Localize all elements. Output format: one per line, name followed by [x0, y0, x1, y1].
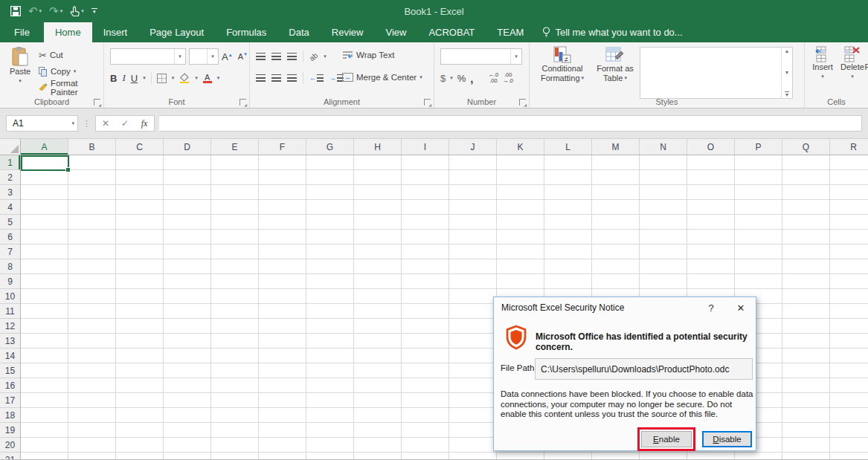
row-header-21[interactable]: 21	[0, 453, 20, 459]
tab-acrobat[interactable]: ACROBAT	[417, 22, 486, 42]
wrap-text-button[interactable]: Wrap Text	[342, 48, 394, 62]
redo-button[interactable]: ↷▾	[49, 4, 62, 18]
dialog-close-icon[interactable]: ✕	[726, 302, 756, 314]
column-header-f[interactable]: F	[259, 139, 306, 155]
align-left-button[interactable]	[256, 74, 266, 82]
undo-button[interactable]: ↶▾	[28, 4, 42, 18]
column-header-e[interactable]: E	[211, 139, 259, 155]
borders-button[interactable]	[157, 74, 167, 83]
row-header-2[interactable]: 2	[0, 170, 20, 185]
tab-review[interactable]: Review	[321, 22, 375, 42]
column-header-c[interactable]: C	[116, 139, 164, 155]
center-button[interactable]	[271, 74, 281, 82]
bottom-align-button[interactable]	[287, 53, 297, 60]
tab-team[interactable]: TEAM	[486, 22, 535, 42]
accounting-dropdown[interactable]: ▾	[450, 75, 453, 81]
gallery-down-icon[interactable]: ▼	[785, 70, 790, 75]
name-box[interactable]: A1 ▾	[6, 115, 78, 132]
alignment-dialog-launcher[interactable]	[424, 99, 431, 106]
tell-me-box[interactable]: Tell me what you want to do...	[535, 22, 682, 42]
column-header-r[interactable]: R	[830, 139, 868, 155]
column-header-l[interactable]: L	[544, 139, 592, 155]
customize-qat-button[interactable]: ▾	[91, 8, 97, 15]
grow-font-button[interactable]: A▲	[222, 51, 233, 62]
enable-button[interactable]: Enable	[641, 431, 692, 447]
select-all-corner[interactable]	[0, 139, 21, 155]
name-box-dropdown[interactable]: ▾	[71, 120, 74, 126]
bold-button[interactable]: B	[110, 71, 117, 86]
comma-style-button[interactable]: ,	[470, 72, 473, 85]
borders-dropdown[interactable]: ▾	[172, 75, 175, 81]
decrease-indent-button[interactable]: ←	[309, 74, 324, 82]
font-size-combobox[interactable]: ▾	[189, 48, 219, 65]
shrink-font-button[interactable]: A▼	[238, 52, 248, 61]
format-cells-button[interactable]: Format ▾	[863, 46, 868, 81]
row-header-15[interactable]: 15	[0, 363, 20, 378]
italic-button[interactable]: I	[122, 71, 125, 86]
column-header-i[interactable]: I	[402, 139, 449, 155]
underline-button[interactable]: U	[131, 71, 138, 86]
touch-mouse-mode-button[interactable]: ▾	[70, 6, 84, 17]
fill-color-dropdown[interactable]: ▾	[195, 75, 198, 81]
row-header-4[interactable]: 4	[0, 200, 20, 215]
active-cell-a1[interactable]	[21, 155, 69, 171]
cut-button[interactable]: ✂ Cut	[39, 48, 63, 62]
gallery-up-icon[interactable]: ▲	[785, 48, 790, 54]
tab-view[interactable]: View	[374, 22, 417, 42]
row-header-7[interactable]: 7	[0, 244, 20, 259]
tab-file[interactable]: File	[0, 22, 44, 42]
cell-styles-gallery[interactable]: ▲ ▼ ▼	[640, 47, 793, 99]
tab-page-layout[interactable]: Page Layout	[138, 22, 215, 42]
tab-home[interactable]: Home	[44, 22, 92, 42]
font-color-dropdown[interactable]: ▾	[217, 75, 220, 81]
font-name-combobox[interactable]: ▾	[110, 48, 186, 65]
row-header-13[interactable]: 13	[0, 334, 20, 349]
clipboard-dialog-launcher[interactable]	[94, 99, 100, 106]
insert-cells-button[interactable]: Insert ▾	[809, 46, 836, 81]
middle-align-button[interactable]	[271, 53, 281, 60]
paste-button[interactable]: Paste ▾	[4, 46, 36, 85]
fill-color-button[interactable]	[179, 73, 190, 83]
merge-center-button[interactable]: ↔ Merge & Center ▾	[342, 70, 422, 85]
row-header-14[interactable]: 14	[0, 349, 20, 363]
align-right-button[interactable]	[287, 74, 297, 82]
column-header-n[interactable]: N	[640, 139, 687, 155]
format-as-table-button[interactable]: Format as Table▾	[594, 46, 637, 82]
dialog-help-icon[interactable]: ?	[696, 302, 726, 314]
disable-button[interactable]: Disable	[702, 431, 752, 447]
row-header-5[interactable]: 5	[0, 215, 20, 230]
row-header-3[interactable]: 3	[0, 185, 20, 200]
cancel-icon[interactable]: ✕	[96, 118, 115, 129]
column-header-h[interactable]: H	[354, 139, 402, 155]
row-header-9[interactable]: 9	[0, 274, 20, 289]
number-dialog-launcher[interactable]	[519, 99, 526, 106]
row-header-20[interactable]: 20	[0, 438, 20, 453]
merge-center-dropdown[interactable]: ▾	[419, 74, 422, 80]
column-header-d[interactable]: D	[164, 139, 211, 155]
gallery-scrollbar[interactable]: ▲ ▼ ▼	[781, 48, 792, 98]
percent-style-button[interactable]: %	[457, 73, 466, 84]
row-header-19[interactable]: 19	[0, 423, 20, 438]
copy-button[interactable]: Copy ▾	[39, 64, 76, 79]
underline-dropdown[interactable]: ▾	[143, 75, 146, 81]
save-icon[interactable]	[10, 6, 21, 16]
column-header-m[interactable]: M	[592, 139, 640, 155]
orientation-dropdown[interactable]: ▾	[324, 54, 327, 59]
column-header-a[interactable]: A	[21, 139, 68, 155]
orientation-button[interactable]: ab	[308, 51, 320, 62]
insert-function-icon[interactable]: fx	[135, 118, 154, 129]
top-align-button[interactable]	[256, 53, 266, 60]
row-header-10[interactable]: 10	[0, 289, 20, 304]
number-format-combobox[interactable]: ▾	[440, 48, 522, 65]
row-header-12[interactable]: 12	[0, 319, 20, 334]
row-header-8[interactable]: 8	[0, 259, 20, 274]
accounting-format-button[interactable]: $	[440, 73, 446, 84]
column-header-q[interactable]: Q	[782, 139, 830, 155]
format-painter-button[interactable]: Format Painter	[39, 80, 103, 95]
decrease-decimal-button[interactable]: .00 →.0	[503, 72, 513, 84]
row-header-6[interactable]: 6	[0, 230, 20, 244]
row-header-16[interactable]: 16	[0, 378, 20, 393]
column-header-o[interactable]: O	[687, 139, 735, 155]
row-header-11[interactable]: 11	[0, 304, 20, 319]
font-dialog-launcher[interactable]	[239, 99, 246, 106]
